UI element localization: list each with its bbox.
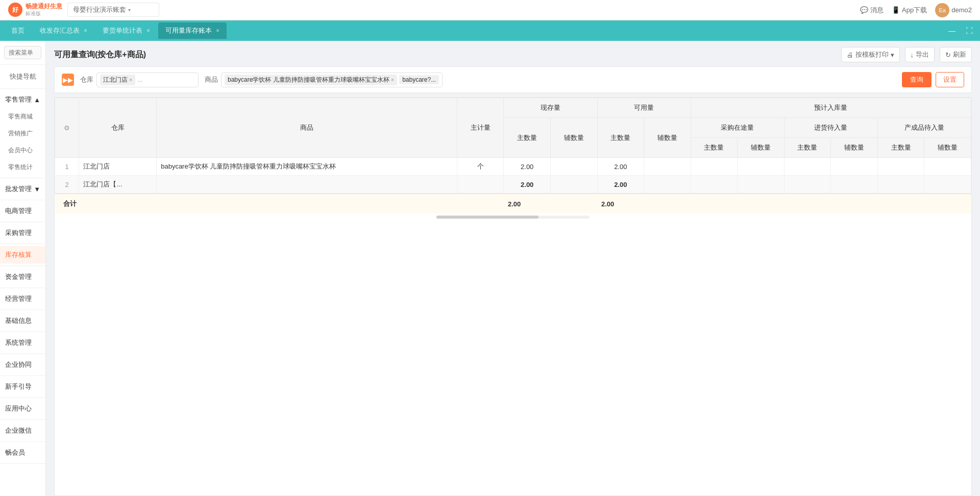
col-purchase-arriving: 进货待入量 [784, 118, 877, 138]
sidebar-item-retail-mall[interactable]: 零售商城 [0, 108, 45, 125]
system-label: 系统管理 [5, 338, 32, 347]
row-avail-main-2: 2.00 [597, 176, 644, 194]
sidebar-section-wechat-header[interactable]: 企业微信 [0, 422, 45, 439]
logo-text-area: 畅捷通好生意 标准版 [26, 3, 62, 17]
query-button[interactable]: 查询 [902, 72, 932, 87]
data-table-area: ⚙ 仓库 商品 主计量 现存量 可用量 预计入库量 主数量 辅数量 主数量 辅数… [54, 97, 972, 496]
row-warehouse-2: 江北门店【... [79, 176, 157, 194]
row-avail-main-1: 2.00 [597, 158, 644, 176]
ecommerce-label: 电商管理 [5, 206, 32, 216]
tab-order[interactable]: 要货单统计表 × [95, 22, 157, 39]
row-pp-aux-1 [924, 158, 971, 176]
message-label: 消息 [870, 6, 884, 15]
col-pp-aux: 辅数量 [924, 138, 971, 158]
export-icon: ↓ [911, 51, 914, 59]
gear-icon[interactable]: ⚙ [64, 124, 70, 132]
refresh-button[interactable]: ↻ 刷新 [940, 47, 972, 62]
col-unit: 主计量 [457, 98, 504, 158]
sidebar-item-quick-nav[interactable]: 快捷导航 [0, 68, 45, 85]
col-available: 可用量 [597, 98, 691, 118]
col-warehouse: 仓库 [79, 98, 157, 158]
sidebar-section-finance: 资金管理 [0, 266, 45, 288]
sidebar-section-ecommerce-header[interactable]: 电商管理 [0, 202, 45, 220]
sidebar-section-finance-header[interactable]: 资金管理 [0, 268, 45, 286]
col-avail-aux: 辅数量 [644, 118, 691, 158]
tab-close-inventory[interactable]: × [216, 27, 219, 34]
warehouse-tag-close[interactable]: × [129, 77, 132, 83]
user-menu[interactable]: Ea demo2 [935, 3, 972, 17]
content-area: 可用量查询(按仓库+商品) 🖨 按模板打印 ▾ ↓ 导出 ↻ 刷新 ▶▶ [46, 41, 980, 496]
warehouse-more[interactable]: ... [137, 76, 142, 83]
sidebar-item-marketing[interactable]: 营销推广 [0, 125, 45, 142]
page-header: 可用量查询(按仓库+商品) 🖨 按模板打印 ▾ ↓ 导出 ↻ 刷新 [46, 41, 980, 66]
sidebar-item-members[interactable]: 会员中心 [0, 142, 45, 159]
tab-inventory[interactable]: 可用量库存账本 × [158, 22, 227, 39]
table-row: 1 江北门店 babycare学饮杯 儿童防摔防撞吸管杯重力球吸嘴杯宝宝水杯 个… [55, 158, 971, 176]
sidebar-section-operations-header[interactable]: 经营管理 [0, 290, 45, 308]
top-bar: 好 畅捷通好生意 标准版 母婴行业演示账套 ▾ 💬 消息 📱 App下载 Ea … [0, 0, 980, 20]
sidebar-section-purchase: 采购管理 [0, 222, 45, 244]
fullscreen-button[interactable]: ⛶ [963, 26, 976, 36]
message-button[interactable]: 💬 消息 [860, 6, 884, 15]
sidebar-section-system-header[interactable]: 系统管理 [0, 334, 45, 351]
warehouse-tag-container[interactable]: 江北门店 × ... [96, 73, 199, 87]
logo-icon: 好 [8, 3, 22, 17]
row-warehouse-1: 江北门店 [79, 158, 157, 176]
industry-selector[interactable]: 母婴行业演示账套 ▾ [67, 3, 159, 17]
app-download-label: App下载 [902, 6, 927, 15]
sidebar-section-basic-header[interactable]: 基础信息 [0, 312, 45, 329]
row-pa-aux-1 [831, 158, 878, 176]
sidebar-section-appcenter: 应用中心 [0, 398, 45, 420]
app-download-button[interactable]: 📱 App下载 [892, 6, 927, 15]
basic-label: 基础信息 [5, 316, 32, 325]
product-label: 商品 [205, 75, 218, 84]
sidebar-section-basic: 基础信息 [0, 310, 45, 332]
row-current-main-1: 2.00 [504, 158, 551, 176]
row-current-main-2: 2.00 [504, 176, 551, 194]
sidebar-section-inventory: 库存核算 [0, 244, 45, 266]
top-bar-right: 💬 消息 📱 App下载 Ea demo2 [860, 3, 972, 17]
tab-receive[interactable]: 收发存汇总表 × [33, 22, 94, 39]
row-product-2 [157, 176, 457, 194]
col-current-aux: 辅数量 [550, 118, 597, 158]
tab-close-receive[interactable]: × [84, 27, 87, 34]
search-toggle-button[interactable]: ▶▶ [62, 74, 74, 86]
sidebar-section-member: 畅会员 [0, 442, 45, 464]
tab-home[interactable]: 首页 [4, 22, 32, 39]
summary-label: 合计 [55, 194, 504, 214]
col-forecast: 预计入库量 [691, 98, 971, 118]
col-current-main: 主数量 [504, 118, 551, 158]
sidebar-section-enterprise: 企业协同 [0, 354, 45, 376]
print-template-button[interactable]: 🖨 按模板打印 ▾ [841, 47, 900, 62]
search-input[interactable] [4, 46, 41, 59]
horizontal-scrollbar[interactable] [436, 216, 590, 219]
row-pa-main-1 [784, 158, 831, 176]
mobile-icon: 📱 [892, 6, 900, 14]
sidebar-section-retail-header[interactable]: 零售管理 ▲ [0, 91, 45, 108]
product-tag-close[interactable]: × [391, 77, 394, 83]
scrollbar-thumb[interactable] [436, 216, 538, 219]
minimize-button[interactable]: — [945, 26, 959, 36]
row-pa-aux-2 [831, 176, 878, 194]
sidebar-section-member-header[interactable]: 畅会员 [0, 444, 45, 461]
row-pt-main-2 [691, 176, 738, 194]
export-button[interactable]: ↓ 导出 [905, 47, 935, 62]
sidebar-section-purchase-header[interactable]: 采购管理 [0, 224, 45, 242]
product-tag-container[interactable]: babycare学饮杯 儿童防摔防撞吸管杯重力球吸嘴杯宝宝水杯 × babyca… [221, 73, 443, 87]
col-current-stock: 现存量 [504, 98, 597, 118]
tab-close-order[interactable]: × [146, 27, 150, 34]
member-label: 畅会员 [5, 448, 25, 457]
sidebar-section-inventory-header[interactable]: 库存核算 [0, 246, 45, 264]
settings-button[interactable]: 设置 [936, 72, 964, 87]
sidebar-search-area [0, 41, 45, 65]
sidebar-item-retail-stats[interactable]: 零售统计 [0, 159, 45, 176]
page-actions: 🖨 按模板打印 ▾ ↓ 导出 ↻ 刷新 [841, 47, 972, 62]
sidebar-section-newuser-header[interactable]: 新手引导 [0, 378, 45, 395]
row-index-1: 1 [55, 158, 79, 176]
sidebar-section-appcenter-header[interactable]: 应用中心 [0, 400, 45, 417]
sidebar-section-wholesale-header[interactable]: 批发管理 ▼ [0, 180, 45, 198]
sidebar-section-enterprise-header[interactable]: 企业协同 [0, 356, 45, 373]
row-avail-aux-1 [644, 158, 691, 176]
print-icon: 🖨 [847, 51, 853, 59]
row-pt-aux-2 [738, 176, 785, 194]
